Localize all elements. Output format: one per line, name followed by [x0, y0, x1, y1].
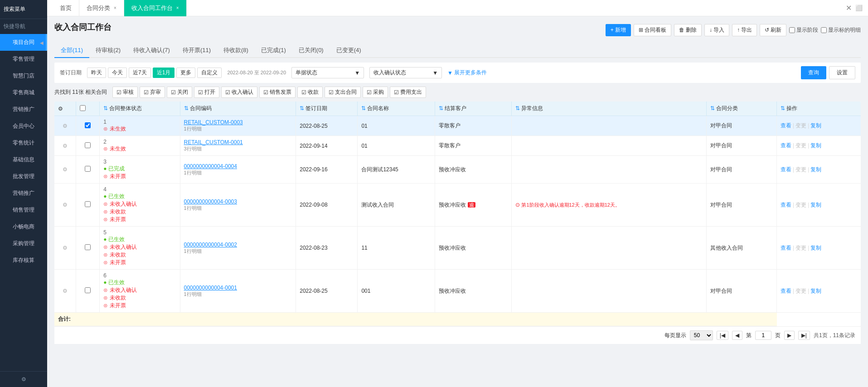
contract-code-link[interactable]: 0000000000004-0004: [184, 163, 237, 169]
op-btn-复制[interactable]: 复制: [810, 142, 821, 149]
action-btn-费用支出[interactable]: ☑ 费用支出: [390, 87, 426, 98]
next-page-button[interactable]: ▶: [784, 331, 795, 340]
row-select-checkbox[interactable]: [85, 244, 91, 250]
row-contract-code[interactable]: RETAIL_CUSTOM-00013行明细: [180, 136, 296, 156]
page-input[interactable]: [755, 331, 771, 340]
filter-tab-pending-confirm[interactable]: 待收入确认(7): [127, 44, 176, 58]
action-btn-关闭[interactable]: ☑ 关闭: [167, 87, 192, 98]
contract-code-link[interactable]: 0000000000004-0001: [184, 285, 237, 291]
tab-home[interactable]: 首页: [53, 0, 79, 16]
sidebar-settings[interactable]: ⚙: [0, 371, 47, 387]
row-settings[interactable]: ⚙: [54, 116, 76, 136]
action-btn-打开[interactable]: ☑ 打开: [194, 87, 219, 98]
action-btn-收入确认[interactable]: ☑ 收入确认: [221, 87, 257, 98]
query-button[interactable]: 查询: [801, 66, 826, 79]
row-checkbox[interactable]: [76, 136, 100, 156]
op-btn-查看[interactable]: 查看: [781, 142, 791, 149]
date-btn-近7天[interactable]: 近7天: [129, 68, 151, 78]
filter-tab-changed[interactable]: 已变更(4): [330, 44, 368, 58]
page-size-select[interactable]: 102050100: [690, 330, 713, 340]
op-btn-复制[interactable]: 复制: [810, 122, 821, 129]
sidebar-quick-nav[interactable]: 快捷导航: [0, 19, 47, 34]
new-button[interactable]: + 新增: [606, 24, 631, 36]
action-btn-支出合同[interactable]: ☑ 支出合同: [325, 87, 361, 98]
sidebar-item-marketing2[interactable]: 营销推广: [0, 185, 47, 202]
row-contract-code[interactable]: 0000000000004-00041行明细: [180, 156, 296, 184]
filter-tab-pending-review[interactable]: 待审核(2): [89, 44, 127, 58]
delete-button[interactable]: 🗑 删除: [674, 24, 702, 36]
tab-close-icon[interactable]: ×: [114, 0, 116, 16]
close-window-icon[interactable]: ✕: [846, 4, 852, 12]
row-checkbox[interactable]: [76, 184, 100, 227]
filter-tab-pending-collect[interactable]: 待收款(8): [217, 44, 255, 58]
sidebar-item-retail-mall[interactable]: 零售商城: [0, 84, 47, 101]
row-select-checkbox[interactable]: [85, 287, 91, 293]
contract-code-link[interactable]: RETAIL_CUSTOM-0001: [184, 139, 243, 145]
row-checkbox[interactable]: [76, 156, 100, 184]
refresh-button[interactable]: ↺ 刷新: [760, 24, 786, 36]
sidebar-search[interactable]: 搜索菜单: [0, 0, 47, 19]
col-header-1[interactable]: [76, 102, 100, 116]
expand-conditions[interactable]: ▼ 展开更多条件: [447, 69, 487, 77]
sidebar-item-inventory[interactable]: 库存核算: [0, 252, 47, 269]
op-btn-查看[interactable]: 查看: [781, 122, 791, 129]
row-settings[interactable]: ⚙: [54, 136, 76, 156]
op-btn-查看[interactable]: 查看: [781, 245, 791, 251]
row-settings-icon[interactable]: ⚙: [63, 245, 68, 251]
action-btn-审核[interactable]: ☑ 审核: [112, 87, 138, 98]
filter-tab-pending-invoice[interactable]: 待开票(11): [176, 44, 217, 58]
row-settings-icon[interactable]: ⚙: [63, 202, 68, 208]
op-btn-复制[interactable]: 复制: [810, 166, 821, 173]
row-settings[interactable]: ⚙: [54, 184, 76, 227]
settings-icon[interactable]: ⚙: [58, 106, 63, 112]
filter-tab-completed[interactable]: 已完成(1): [255, 44, 292, 58]
income-status-select[interactable]: 收入确认状态 ▼: [369, 67, 442, 78]
row-checkbox[interactable]: [76, 227, 100, 270]
op-btn-复制[interactable]: 复制: [810, 288, 821, 294]
date-btn-今天[interactable]: 今天: [108, 68, 127, 78]
import-button[interactable]: ↓ 导入: [704, 24, 729, 36]
filter-tab-closed[interactable]: 已关闭(0): [292, 44, 330, 58]
kanban-button[interactable]: ⊞ 合同看板: [634, 24, 671, 36]
maximize-icon[interactable]: ⬜: [855, 5, 863, 11]
sidebar-item-basic-info[interactable]: 基础信息: [0, 151, 47, 168]
first-page-button[interactable]: |◀: [717, 331, 728, 340]
show-stage-checkbox[interactable]: 显示阶段: [789, 26, 818, 34]
sidebar-item-project-contract[interactable]: 项目合同◀: [0, 34, 47, 51]
sidebar-item-purchase-mgmt[interactable]: 采购管理: [0, 235, 47, 252]
row-settings-icon[interactable]: ⚙: [63, 288, 68, 294]
sidebar-item-xiaochangec[interactable]: 小畅电商: [0, 218, 47, 235]
date-btn-昨天[interactable]: 昨天: [87, 68, 106, 78]
doc-status-select[interactable]: 单据状态 ▼: [291, 67, 364, 78]
export-button[interactable]: ↑ 导出: [732, 24, 757, 36]
filter-setting-button[interactable]: 设置: [829, 66, 855, 79]
row-select-checkbox[interactable]: [85, 142, 91, 148]
sidebar-item-marketing[interactable]: 营销推广: [0, 101, 47, 118]
op-btn-复制[interactable]: 复制: [810, 245, 821, 251]
action-btn-销售发票[interactable]: ☑ 销售发票: [259, 87, 296, 98]
contract-code-link[interactable]: 0000000000004-0002: [184, 242, 237, 248]
date-btn-近1月[interactable]: 近1月: [153, 68, 175, 78]
row-settings[interactable]: ⚙: [54, 156, 76, 184]
sidebar-item-retail-stats[interactable]: 零售统计: [0, 135, 47, 151]
action-btn-弃审[interactable]: ☑ 弃审: [140, 87, 165, 98]
action-btn-收款[interactable]: ☑ 收款: [297, 87, 323, 98]
show-label-checkbox[interactable]: 显示标的明细: [821, 26, 861, 34]
row-settings-icon[interactable]: ⚙: [63, 123, 68, 129]
row-select-checkbox[interactable]: [85, 201, 91, 207]
row-contract-code[interactable]: 0000000000004-00031行明细: [180, 184, 296, 227]
contract-code-link[interactable]: 0000000000004-0003: [184, 198, 237, 205]
sidebar-item-sales-mgmt[interactable]: 销售管理: [0, 202, 47, 218]
contract-code-link[interactable]: RETAIL_CUSTOM-0003: [184, 119, 243, 126]
col-header-0[interactable]: ⚙: [54, 102, 76, 116]
prev-page-button[interactable]: ◀: [732, 331, 742, 340]
op-btn-复制[interactable]: 复制: [810, 202, 821, 208]
date-btn-更多[interactable]: 更多: [176, 68, 195, 78]
tab-close-icon[interactable]: ×: [176, 0, 179, 16]
row-contract-code[interactable]: 0000000000004-00011行明细: [180, 270, 296, 313]
row-settings[interactable]: ⚙: [54, 227, 76, 270]
op-btn-查看[interactable]: 查看: [781, 166, 791, 173]
select-all-checkbox[interactable]: [80, 105, 86, 111]
row-contract-code[interactable]: 0000000000004-00021行明细: [180, 227, 296, 270]
action-btn-采购[interactable]: ☑ 采购: [363, 87, 388, 98]
